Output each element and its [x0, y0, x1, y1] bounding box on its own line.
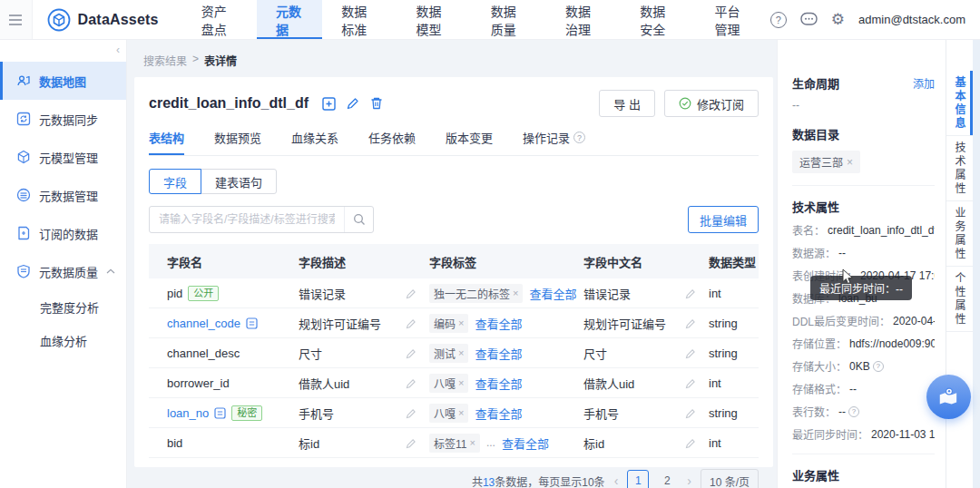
- view-all-tags-link[interactable]: 查看全部: [475, 375, 522, 392]
- feedback-icon[interactable]: [800, 12, 818, 27]
- sidebar-item-metadata-sync[interactable]: 元数据同步: [0, 100, 126, 138]
- table-row: pid 公开 错误记录 独一无二的标签× 查看全部 错误记录 int: [149, 278, 759, 308]
- lifecycle-add-link[interactable]: 添加: [913, 75, 935, 91]
- edit-cn-name-icon[interactable]: [685, 347, 697, 359]
- field-search-input[interactable]: [150, 213, 344, 226]
- sidebar-subitem-completeness[interactable]: 完整度分析: [0, 290, 126, 324]
- tag-close-icon[interactable]: ×: [469, 437, 475, 448]
- table-row: channel_desc 尺寸 测试× 查看全部 尺寸 string: [149, 338, 759, 368]
- sidebar-item-metadata-mgmt[interactable]: 元数据管理: [0, 176, 126, 214]
- scrollbar-track[interactable]: [973, 40, 980, 488]
- tag-close-icon[interactable]: ×: [458, 377, 464, 388]
- field-cn-name: 借款人uid: [583, 375, 685, 392]
- edit-cn-name-icon[interactable]: [685, 317, 697, 329]
- export-button[interactable]: 导 出: [599, 90, 655, 117]
- data-source-value: --: [838, 247, 846, 259]
- batch-edit-button[interactable]: 批量编辑: [688, 206, 759, 233]
- anchor-tab-tech-props[interactable]: 技术属性: [946, 136, 973, 201]
- edit-cn-name-icon[interactable]: [685, 437, 697, 449]
- page-number-1[interactable]: 1: [627, 470, 649, 488]
- anchor-tab-basic-info[interactable]: 基本信息: [946, 71, 973, 136]
- anchor-tab-business-props[interactable]: 业务属性: [946, 201, 973, 267]
- edit-desc-icon[interactable]: [406, 377, 417, 389]
- data-map-float-button[interactable]: [926, 375, 971, 419]
- search-icon[interactable]: [344, 207, 373, 232]
- view-all-tags-link[interactable]: 查看全部: [475, 315, 522, 332]
- security-badge: 公开: [188, 286, 219, 301]
- divider: [792, 185, 935, 186]
- sidebar-item-data-map[interactable]: 数据地图: [0, 62, 126, 100]
- nav-item-asset-inventory[interactable]: 资产盘点: [182, 0, 257, 39]
- metadata-mgmt-icon: [16, 188, 31, 202]
- field-name-link[interactable]: channel_code: [167, 317, 240, 330]
- tag-close-icon[interactable]: ×: [458, 317, 464, 328]
- next-page-icon[interactable]: ›: [685, 473, 693, 488]
- nav-item-platform-admin[interactable]: 平台管理: [695, 0, 769, 39]
- tab-operation-log[interactable]: 操作记录 ?: [523, 129, 585, 155]
- user-account[interactable]: admin@dtstack.com: [858, 13, 965, 26]
- storage-format-value: --: [849, 383, 857, 395]
- sidebar-item-metadata-quality[interactable]: 元数据质量: [0, 252, 126, 290]
- help-icon[interactable]: ?: [873, 361, 884, 372]
- tab-task-dependency[interactable]: 任务依赖: [368, 129, 416, 155]
- edit-desc-icon[interactable]: [406, 407, 417, 419]
- edit-table-icon[interactable]: [346, 96, 360, 111]
- edit-desc-icon[interactable]: [406, 317, 417, 329]
- column-header-field-name: 字段名: [149, 253, 299, 270]
- data-map-icon: [16, 73, 31, 88]
- modify-subscription-button[interactable]: 修改订阅: [664, 90, 759, 117]
- tag-close-icon[interactable]: ×: [458, 407, 464, 418]
- edit-cn-name-icon[interactable]: [685, 288, 697, 299]
- sidebar-collapse-icon[interactable]: ‹: [112, 42, 124, 58]
- edit-desc-icon[interactable]: [406, 437, 417, 449]
- help-icon[interactable]: ?: [770, 12, 787, 28]
- tag-close-icon[interactable]: ×: [458, 347, 464, 358]
- delete-table-icon[interactable]: [369, 96, 384, 111]
- page-size-select[interactable]: 10 条/页: [701, 469, 759, 488]
- nav-item-data-quality[interactable]: 数据质量: [472, 0, 546, 39]
- nav-item-data-security[interactable]: 数据安全: [621, 0, 695, 39]
- brand[interactable]: DataAssets: [47, 0, 159, 39]
- edit-desc-icon[interactable]: [406, 288, 417, 299]
- page-number-2[interactable]: 2: [656, 470, 678, 488]
- edit-desc-icon[interactable]: [406, 347, 417, 359]
- field-name-link[interactable]: loan_no: [167, 406, 209, 420]
- table-row: bid 标id 标签11× ... 查看全部 标id int: [149, 428, 759, 458]
- sidebar-subitem-lineage[interactable]: 血缘分析: [0, 324, 126, 357]
- table-row: loan_no 秘密 手机号 八嘎× 查看全部 手机号 string: [149, 398, 759, 428]
- sidebar-item-metamodel-mgmt[interactable]: 元模型管理: [0, 138, 126, 176]
- sidebar-item-subscribed-data[interactable]: 订阅的数据: [0, 214, 126, 252]
- view-all-tags-link[interactable]: 查看全部: [475, 405, 522, 422]
- sidebar-item-label: 元数据质量: [39, 263, 98, 280]
- tab-data-preview[interactable]: 数据预览: [214, 129, 261, 155]
- view-all-tags-link[interactable]: 查看全部: [529, 285, 576, 302]
- view-all-tags-link[interactable]: 查看全部: [475, 345, 522, 362]
- total-count: 13: [483, 476, 495, 488]
- tag-chip: 八嘎×: [429, 374, 468, 393]
- tab-lineage[interactable]: 血缘关系: [291, 129, 338, 155]
- hamburger-menu-button[interactable]: [0, 0, 33, 39]
- add-to-collection-icon[interactable]: [321, 96, 337, 112]
- breadcrumb-parent[interactable]: 搜索结果: [143, 53, 187, 68]
- tag-close-icon[interactable]: ×: [847, 156, 853, 169]
- nav-item-metadata[interactable]: 元数据: [257, 0, 322, 39]
- row-count-value: --: [838, 405, 846, 418]
- storage-size-value: 0KB: [849, 360, 870, 373]
- anchor-tab-custom-props[interactable]: 个性属性: [946, 267, 973, 332]
- edit-cn-name-icon[interactable]: [685, 407, 697, 419]
- tag-close-icon[interactable]: ×: [513, 288, 518, 298]
- tab-version-change[interactable]: 版本变更: [446, 129, 493, 155]
- prev-page-icon[interactable]: ‹: [612, 473, 621, 488]
- edit-cn-name-icon[interactable]: [685, 377, 697, 389]
- settings-gear-icon[interactable]: ⚙: [831, 12, 845, 27]
- table-detail-card: credit_loan_info_dtl_df 导 出: [134, 77, 773, 467]
- toggle-fields[interactable]: 字段: [149, 169, 201, 194]
- help-icon[interactable]: ?: [848, 406, 859, 417]
- toggle-create-sql[interactable]: 建表语句: [201, 169, 277, 194]
- nav-item-data-governance[interactable]: 数据治理: [546, 0, 621, 39]
- tab-table-structure[interactable]: 表结构: [149, 129, 184, 155]
- nav-item-data-model[interactable]: 数据模型: [397, 0, 471, 39]
- field-desc: 手机号: [299, 405, 406, 422]
- view-all-tags-link[interactable]: 查看全部: [502, 434, 549, 452]
- nav-item-data-standard[interactable]: 数据标准: [322, 0, 397, 39]
